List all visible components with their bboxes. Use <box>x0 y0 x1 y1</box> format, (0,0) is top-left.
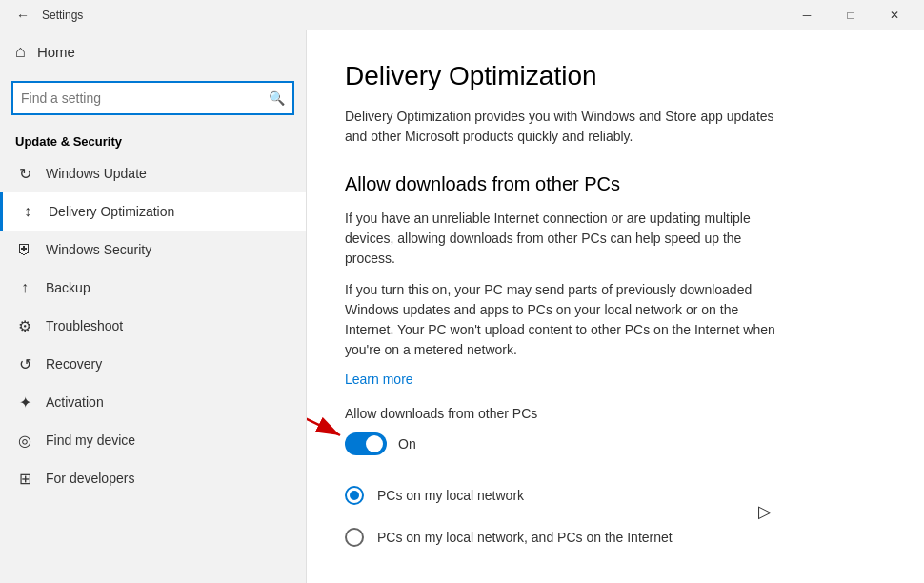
radio-label-local-network: PCs on my local network <box>377 488 524 503</box>
search-box[interactable]: 🔍 <box>11 81 294 115</box>
radio-circle-local-network <box>345 486 364 505</box>
activation-icon: ✦ <box>15 392 34 412</box>
recovery-icon: ↺ <box>15 354 34 373</box>
sidebar-item-label-troubleshoot: Troubleshoot <box>46 318 291 333</box>
page-title: Delivery Optimization <box>345 61 886 91</box>
sidebar-item-windows-update[interactable]: ↻ Windows Update <box>0 154 306 192</box>
para-2: If you turn this on, your PC may send pa… <box>345 280 783 360</box>
delivery-optimization-icon: ↕ <box>18 202 37 221</box>
sidebar-item-label-recovery: Recovery <box>46 356 291 372</box>
sidebar-item-label-activation: Activation <box>46 394 291 410</box>
search-icon: 🔍 <box>269 90 285 106</box>
section-header: Update & Security <box>0 127 306 154</box>
nav-items: ↻ Windows Update ↕ Delivery Optimization… <box>0 154 306 497</box>
sidebar-item-troubleshoot[interactable]: ⚙ Troubleshoot <box>0 307 306 345</box>
maximize-icon: □ <box>847 9 854 22</box>
home-label: Home <box>37 44 75 60</box>
sidebar-item-label-backup: Backup <box>46 280 291 295</box>
allow-downloads-toggle[interactable] <box>345 432 387 455</box>
back-icon: ← <box>16 8 30 23</box>
radio-option-internet-pcs[interactable]: PCs on my local network, and PCs on the … <box>345 516 783 558</box>
learn-more-link[interactable]: Learn more <box>345 372 886 387</box>
toggle-state-label: On <box>398 436 416 452</box>
troubleshoot-icon: ⚙ <box>15 316 34 335</box>
home-icon: ⌂ <box>15 42 26 62</box>
sidebar-item-label-find-my-device: Find my device <box>46 432 291 448</box>
main-layout: ⌂ Home 🔍 Update & Security ↻ Windows Upd… <box>0 30 924 583</box>
sidebar-item-label-for-developers: For developers <box>46 471 291 486</box>
sidebar-item-recovery[interactable]: ↺ Recovery <box>0 345 306 383</box>
radio-dot-local-network <box>350 491 359 500</box>
sidebar-item-windows-security[interactable]: ⛨ Windows Security <box>0 231 306 269</box>
for-developers-icon: ⊞ <box>15 469 34 488</box>
sidebar: ⌂ Home 🔍 Update & Security ↻ Windows Upd… <box>0 30 307 583</box>
windows-security-icon: ⛨ <box>15 240 34 259</box>
content-description: Delivery Optimization provides you with … <box>345 107 783 147</box>
sidebar-item-backup[interactable]: ↑ Backup <box>0 269 306 307</box>
radio-label-internet-pcs: PCs on my local network, and PCs on the … <box>377 530 673 545</box>
radio-option-local-network[interactable]: PCs on my local network <box>345 474 783 516</box>
para-1: If you have an unreliable Internet conne… <box>345 209 783 269</box>
minimize-button[interactable]: ─ <box>785 0 829 30</box>
sidebar-item-activation[interactable]: ✦ Activation <box>0 383 306 421</box>
window-controls: ─ □ ✕ <box>785 0 916 30</box>
toggle-knob <box>366 435 383 452</box>
sidebar-item-for-developers[interactable]: ⊞ For developers <box>0 459 306 497</box>
sidebar-item-label-windows-update: Windows Update <box>46 166 291 181</box>
minimize-icon: ─ <box>803 9 812 22</box>
radio-options: PCs on my local network PCs on my local … <box>345 474 886 558</box>
title-bar: ← Settings ─ □ ✕ <box>0 0 924 30</box>
radio-circle-internet-pcs <box>345 528 364 547</box>
content-area: Delivery Optimization Delivery Optimizat… <box>307 30 924 583</box>
backup-icon: ↑ <box>15 278 34 297</box>
close-button[interactable]: ✕ <box>873 0 916 30</box>
sidebar-item-delivery-optimization[interactable]: ↕ Delivery Optimization <box>0 192 306 231</box>
windows-update-icon: ↻ <box>15 164 34 183</box>
close-icon: ✕ <box>890 9 899 22</box>
search-input[interactable] <box>21 90 269 106</box>
sidebar-item-find-my-device[interactable]: ◎ Find my device <box>0 421 306 459</box>
back-button[interactable]: ← <box>8 0 38 30</box>
find-my-device-icon: ◎ <box>15 431 34 450</box>
toggle-section-label: Allow downloads from other PCs <box>345 406 886 421</box>
title-bar-title: Settings <box>42 9 83 22</box>
sidebar-item-label-windows-security: Windows Security <box>46 242 291 257</box>
toggle-row: On <box>345 432 416 455</box>
sidebar-item-label-delivery-optimization: Delivery Optimization <box>49 204 291 219</box>
sidebar-home-button[interactable]: ⌂ Home <box>0 30 306 73</box>
maximize-button[interactable]: □ <box>829 0 873 30</box>
allow-section-title: Allow downloads from other PCs <box>345 173 886 195</box>
